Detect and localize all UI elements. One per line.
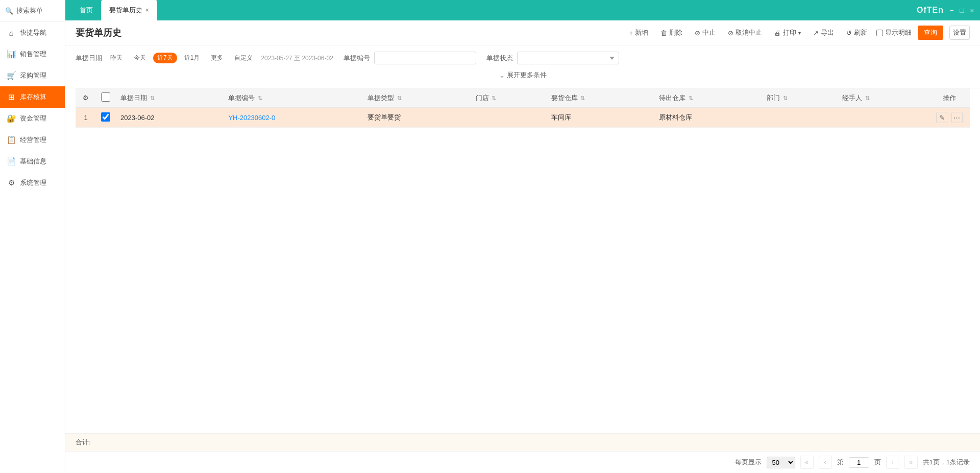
page-size-label: 每页显示: [735, 458, 762, 467]
sidebar-item-sales[interactable]: 📊 销售管理: [0, 43, 65, 65]
expand-more-btn[interactable]: ⌄ 展开更多条件: [76, 68, 970, 82]
status-select[interactable]: [517, 52, 619, 64]
first-page-btn[interactable]: «: [800, 456, 814, 469]
maximize-btn[interactable]: □: [960, 7, 964, 14]
stop-icon: ⊘: [695, 29, 700, 37]
row-pending-warehouse: 原材料仓库: [654, 108, 762, 128]
sidebar-item-operation[interactable]: 📋 经营管理: [0, 129, 65, 151]
add-label: 新增: [635, 28, 648, 37]
date-btn-7days[interactable]: 近7天: [153, 53, 177, 63]
row-ops: ✎ ⋯: [929, 108, 970, 128]
date-btn-today[interactable]: 今天: [130, 53, 150, 63]
sort-icon-date: ⇅: [150, 95, 155, 101]
filter-status-group: 单据状态: [486, 52, 619, 64]
page-size-select[interactable]: 20 50 100: [767, 457, 795, 468]
query-button[interactable]: 查询: [918, 26, 943, 40]
tab-home[interactable]: 首页: [71, 0, 101, 20]
total-info: 共1页，1条记录: [923, 458, 970, 467]
next-page-btn[interactable]: ›: [886, 456, 899, 469]
sidebar-item-quick-nav[interactable]: ⌂ 快捷导航: [0, 22, 65, 43]
home-icon: ⌂: [7, 29, 16, 37]
tab-home-label: 首页: [80, 0, 93, 20]
delete-icon: 🗑: [660, 29, 667, 37]
tab-order-history[interactable]: 要货单历史 ×: [101, 0, 157, 20]
sort-icon-department: ⇅: [783, 95, 788, 101]
print-button[interactable]: 🖨 打印 ▾: [771, 26, 804, 39]
row-checkbox[interactable]: [101, 112, 110, 122]
col-department-label: 部门: [767, 94, 780, 102]
display-detail-input[interactable]: [876, 30, 883, 36]
print-icon: 🖨: [774, 29, 781, 37]
tab-close-icon[interactable]: ×: [145, 0, 149, 20]
summary-row: 合计:: [65, 433, 980, 451]
row-no-link[interactable]: YH-20230602-0: [228, 114, 275, 122]
date-btn-1month[interactable]: 近1月: [180, 53, 204, 63]
export-button[interactable]: ↗ 导出: [810, 26, 837, 39]
display-detail-checkbox[interactable]: 显示明细: [876, 28, 912, 37]
system-icon: ⚙: [7, 178, 16, 187]
date-btn-yesterday[interactable]: 昨天: [106, 53, 127, 63]
date-btn-custom[interactable]: 自定义: [230, 53, 257, 63]
cancel-stop-button[interactable]: ⊘ 取消中止: [725, 26, 765, 39]
sort-icon-type: ⇅: [397, 95, 402, 101]
row-more-icon[interactable]: ⋯: [951, 112, 963, 123]
sidebar-search[interactable]: 🔍 搜索菜单: [0, 0, 65, 22]
date-btn-more[interactable]: 更多: [207, 53, 227, 63]
filter-docno-group: 单据编号: [344, 52, 476, 64]
settings-button[interactable]: 设置: [949, 26, 970, 40]
col-handler[interactable]: 经手人 ⇅: [837, 88, 929, 108]
row-handler: [837, 108, 929, 128]
col-no[interactable]: 单据编号 ⇅: [223, 88, 362, 108]
sidebar-item-purchase[interactable]: 🛒 采购管理: [0, 65, 65, 86]
topbar: 首页 要货单历史 × OfTEn − □ ×: [65, 0, 980, 20]
sort-icon-pending-warehouse: ⇅: [689, 95, 693, 101]
row-department: [762, 108, 837, 128]
sidebar-item-system[interactable]: ⚙ 系统管理: [0, 172, 65, 194]
minimize-btn[interactable]: −: [950, 7, 954, 14]
refresh-button[interactable]: ↺ 刷新: [843, 26, 870, 39]
sales-icon: 📊: [7, 50, 16, 59]
doc-no-input[interactable]: [374, 52, 476, 64]
stop-button[interactable]: ⊘ 中止: [692, 26, 719, 39]
row-type: 要货单要货: [362, 108, 470, 128]
col-settings[interactable]: ⚙: [76, 88, 96, 108]
pagination: 每页显示 20 50 100 « ‹ 第 1 页 › » 共1页，1条记录: [65, 451, 980, 473]
main-area: 首页 要货单历史 × OfTEn − □ × 要货单历史 + 新增 🗑 删除: [65, 0, 980, 473]
stop-label: 中止: [702, 28, 716, 37]
col-store[interactable]: 门店 ⇅: [471, 88, 546, 108]
sidebar-item-label: 基础信息: [20, 157, 46, 166]
sort-icon-req-warehouse: ⇅: [580, 95, 585, 101]
table-row: 1 2023-06-02 YH-20230602-0 要货单要货 车间库 原材料…: [76, 108, 970, 128]
add-button[interactable]: + 新增: [626, 26, 651, 39]
col-ops: 操作: [929, 88, 970, 108]
finance-icon: 🔐: [7, 114, 16, 123]
col-req-warehouse[interactable]: 要货仓库 ⇅: [546, 88, 654, 108]
col-date[interactable]: 单据日期 ⇅: [115, 88, 223, 108]
select-all-checkbox[interactable]: [101, 92, 110, 102]
col-pending-warehouse[interactable]: 待出仓库 ⇅: [654, 88, 762, 108]
filter-row-1: 单据日期 昨天 今天 近7天 近1月 更多 自定义 2023-05-27 至 2…: [76, 52, 970, 64]
page-input[interactable]: 1: [849, 457, 869, 468]
search-icon: 🔍: [5, 7, 13, 15]
table-area: ⚙ 单据日期 ⇅ 单据编号 ⇅: [65, 88, 980, 433]
sidebar-item-inventory[interactable]: ⊞ 库存核算: [0, 86, 65, 108]
col-date-label: 单据日期: [120, 94, 147, 102]
last-page-btn[interactable]: »: [904, 456, 918, 469]
sidebar-item-label: 库存核算: [20, 92, 46, 102]
header-actions: + 新增 🗑 删除 ⊘ 中止 ⊘ 取消中止 🖨 打印: [626, 26, 970, 40]
sidebar-item-basic[interactable]: 📄 基础信息: [0, 151, 65, 172]
operation-icon: 📋: [7, 135, 16, 145]
col-department[interactable]: 部门 ⇅: [762, 88, 837, 108]
col-store-label: 门店: [476, 94, 489, 102]
delete-button[interactable]: 🗑 删除: [657, 26, 685, 39]
cancel-stop-label: 取消中止: [736, 28, 762, 37]
brand-label: OfTEn: [917, 6, 944, 15]
status-label: 单据状态: [486, 54, 513, 63]
row-edit-icon[interactable]: ✎: [936, 112, 947, 123]
col-type[interactable]: 单据类型 ⇅: [362, 88, 470, 108]
refresh-icon: ↺: [846, 29, 852, 37]
page-content: 要货单历史 + 新增 🗑 删除 ⊘ 中止 ⊘ 取消中止: [65, 20, 980, 473]
prev-page-btn[interactable]: ‹: [819, 456, 832, 469]
close-btn[interactable]: ×: [970, 7, 974, 14]
sidebar-item-finance[interactable]: 🔐 资金管理: [0, 108, 65, 129]
